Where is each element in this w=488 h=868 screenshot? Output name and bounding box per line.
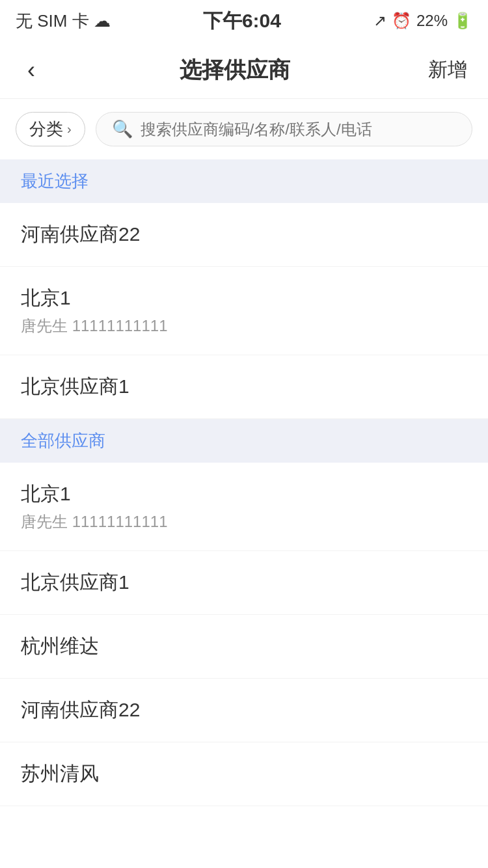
- item-name: 苏州清风: [21, 761, 467, 787]
- item-name: 河南供应商22: [21, 697, 467, 724]
- status-time: 下午6:04: [203, 8, 281, 34]
- item-name: 北京供应商1: [21, 569, 467, 596]
- item-sub: 唐先生 11111111111: [21, 511, 467, 532]
- item-name: 北京1: [21, 285, 467, 312]
- item-name: 杭州维达: [21, 633, 467, 660]
- category-button[interactable]: 分类 ›: [16, 112, 85, 146]
- battery-level: 22%: [416, 12, 448, 30]
- all-section-header: 全部供应商: [0, 419, 488, 463]
- battery-icon: 🔋: [453, 12, 472, 30]
- search-box: 🔍: [96, 112, 472, 146]
- search-icon: 🔍: [112, 119, 133, 139]
- item-name: 北京1: [21, 481, 467, 508]
- list-item[interactable]: 北京供应商1: [0, 355, 488, 419]
- all-section-label: 全部供应商: [21, 431, 105, 450]
- back-button[interactable]: ‹: [21, 50, 42, 90]
- chevron-right-icon: ›: [67, 122, 72, 137]
- add-button[interactable]: 新增: [428, 57, 467, 83]
- item-name: 河南供应商22: [21, 221, 467, 248]
- recent-section-label: 最近选择: [21, 171, 88, 191]
- sim-status: 无 SIM 卡 ☁: [16, 10, 111, 33]
- recent-section-header: 最近选择: [0, 159, 488, 203]
- list-item[interactable]: 北京1 唐先生 11111111111: [0, 267, 488, 355]
- filter-bar: 分类 › 🔍: [0, 99, 488, 159]
- category-label: 分类: [29, 118, 63, 141]
- item-name: 北京供应商1: [21, 373, 467, 400]
- list-item[interactable]: 河南供应商22: [0, 679, 488, 742]
- all-list: 北京1 唐先生 11111111111 北京供应商1 杭州维达 河南供应商22 …: [0, 463, 488, 806]
- search-input[interactable]: [141, 120, 456, 139]
- list-item[interactable]: 北京1 唐先生 11111111111: [0, 463, 488, 551]
- list-item[interactable]: 河南供应商22: [0, 203, 488, 267]
- nav-bar: ‹ 选择供应商 新增: [0, 42, 488, 99]
- alarm-icon: ⏰: [392, 12, 411, 30]
- location-icon: ↗: [373, 12, 386, 30]
- status-right: ↗ ⏰ 22% 🔋: [373, 12, 472, 30]
- list-item[interactable]: 杭州维达: [0, 615, 488, 679]
- status-bar: 无 SIM 卡 ☁ 下午6:04 ↗ ⏰ 22% 🔋: [0, 0, 488, 42]
- list-item[interactable]: 北京供应商1: [0, 551, 488, 615]
- recent-list: 河南供应商22 北京1 唐先生 11111111111 北京供应商1: [0, 203, 488, 419]
- status-left: 无 SIM 卡 ☁: [16, 10, 111, 33]
- page-title: 选择供应商: [180, 55, 290, 85]
- list-item[interactable]: 苏州清风: [0, 742, 488, 806]
- item-sub: 唐先生 11111111111: [21, 316, 467, 336]
